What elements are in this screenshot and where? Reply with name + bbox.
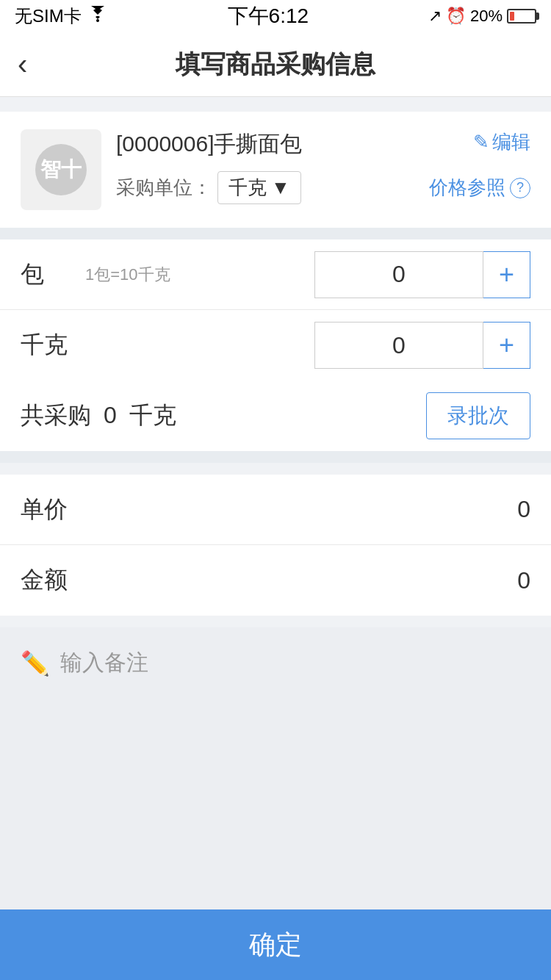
content-area <box>0 699 551 919</box>
status-right: ↗ ⏰ 20% <box>428 7 536 26</box>
nav-bar: ‹ 填写商品采购信息 <box>0 32 551 97</box>
bag-label: 包 <box>21 259 79 291</box>
location-icon: ↗ <box>428 7 442 26</box>
remark-placeholder: 输入备注 <box>60 648 148 678</box>
bag-input-control: + <box>314 251 530 298</box>
status-left: 无SIM卡 <box>15 4 108 28</box>
price-section: 单价 0 金额 0 <box>0 475 551 616</box>
kg-input-row: 千克 + <box>0 310 551 381</box>
section-separator-1 <box>0 228 551 239</box>
bag-plus-button[interactable]: + <box>483 251 530 298</box>
batch-record-button[interactable]: 录批次 <box>426 392 530 439</box>
product-card: 智十 [0000006]手撕面包 ✎ 编辑 采购单位： 千克 ▼ <box>0 112 551 228</box>
carrier-text: 无SIM卡 <box>15 4 82 28</box>
confirm-button[interactable]: 确定 <box>0 909 551 980</box>
section-separator-2 <box>0 451 551 463</box>
unit-price-row: 单价 0 <box>0 475 551 545</box>
amount-label: 金额 <box>21 564 68 597</box>
product-name: [0000006]手撕面包 <box>116 129 302 159</box>
alarm-icon: ⏰ <box>446 7 466 26</box>
page-title: 填写商品采购信息 <box>176 48 375 82</box>
unit-price-label: 单价 <box>21 494 68 526</box>
chevron-down-icon: ▼ <box>271 176 290 199</box>
price-reference-button[interactable]: 价格参照 ? <box>429 175 530 201</box>
bag-input-row: 包 1包=10千克 + <box>0 239 551 310</box>
edit-icon: ✎ <box>473 131 489 154</box>
summary-text: 共采购 0 千克 <box>21 400 176 432</box>
price-ref-label: 价格参照 <box>429 175 505 201</box>
wifi-icon <box>87 6 108 26</box>
summary-prefix: 共采购 <box>21 402 91 428</box>
summary-amount: 0 <box>104 402 117 428</box>
edit-label: 编辑 <box>492 129 530 155</box>
product-info: [0000006]手撕面包 ✎ 编辑 采购单位： 千克 ▼ 价格参照 ? <box>116 129 530 204</box>
kg-number-input[interactable] <box>314 322 483 369</box>
question-icon: ? <box>510 178 530 198</box>
edit-button[interactable]: ✎ 编辑 <box>473 129 530 155</box>
input-section: 包 1包=10千克 + 千克 + <box>0 239 551 381</box>
battery-icon <box>507 9 536 24</box>
bag-sublabel: 1包=10千克 <box>85 264 314 286</box>
kg-input-control: + <box>314 322 530 369</box>
bag-number-input[interactable] <box>314 251 483 298</box>
unit-value: 千克 <box>228 175 267 201</box>
kg-label: 千克 <box>21 329 79 361</box>
product-thumbnail: 智十 <box>21 129 101 210</box>
summary-unit: 千克 <box>129 402 176 428</box>
product-thumb-text: 智十 <box>35 144 87 195</box>
amount-row: 金额 0 <box>0 545 551 616</box>
status-bar: 无SIM卡 下午6:12 ↗ ⏰ 20% <box>0 0 551 32</box>
summary-row: 共采购 0 千克 录批次 <box>0 381 551 451</box>
purchase-unit-label: 采购单位： <box>116 175 212 201</box>
unit-select[interactable]: 千克 ▼ <box>217 171 301 204</box>
pencil-icon: ✏️ <box>21 649 50 677</box>
remark-section[interactable]: ✏️ 输入备注 <box>0 627 551 699</box>
kg-plus-button[interactable]: + <box>483 322 530 369</box>
battery-text: 20% <box>470 7 503 26</box>
svg-point-0 <box>96 19 99 22</box>
unit-price-value: 0 <box>517 496 530 523</box>
back-button[interactable]: ‹ <box>18 48 27 81</box>
amount-value: 0 <box>517 567 530 594</box>
status-time: 下午6:12 <box>228 2 309 30</box>
